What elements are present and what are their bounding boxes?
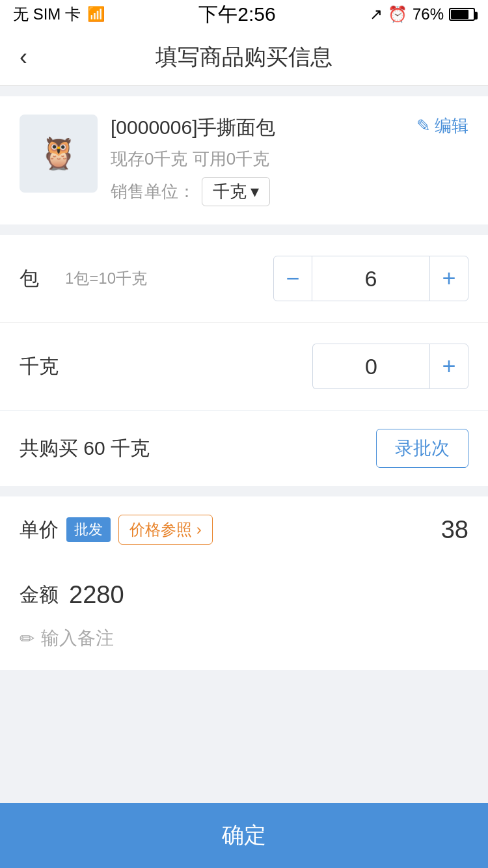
battery-text: 76% — [413, 5, 444, 23]
price-ref-button[interactable]: 价格参照 › — [118, 515, 213, 545]
amount-label: 金额 — [20, 582, 59, 608]
kg-label: 千克 — [20, 353, 59, 380]
unit-label: 销售单位： — [111, 180, 195, 203]
price-label: 单价 — [20, 517, 59, 543]
quantity-kg-row: 千克 + — [0, 323, 488, 410]
note-row: ✏ 输入备注 — [20, 619, 468, 664]
unit-dropdown-icon: ▾ — [251, 182, 259, 202]
carrier-text: 无 SIM 卡 — [13, 4, 81, 25]
product-info: [0000006]手撕面包 ✎ 编辑 现存0千克 可用0千克 销售单位： 千克 … — [111, 115, 468, 206]
subtotal-amount: 60 — [83, 437, 105, 459]
price-left: 单价 批发 价格参照 › — [20, 515, 213, 545]
status-time: 下午2:56 — [198, 1, 275, 28]
status-bar: 无 SIM 卡 📶 下午2:56 ↗ ⏰ 76% — [0, 0, 488, 29]
kg-controls: + — [312, 344, 468, 389]
bao-hint: 1包=10千克 — [65, 268, 273, 289]
kg-plus-button[interactable]: + — [429, 344, 468, 389]
status-left: 无 SIM 卡 📶 — [13, 4, 105, 25]
page-title: 填写商品购买信息 — [156, 42, 332, 72]
quantity-bao-row: 包 1包=10千克 − + — [0, 235, 488, 323]
product-unit: 销售单位： 千克 ▾ — [111, 177, 468, 206]
alarm-icon: ⏰ — [388, 5, 407, 23]
note-icon: ✏ — [20, 628, 34, 649]
bao-minus-button[interactable]: − — [273, 256, 312, 301]
subtotal-suffix: 千克 — [105, 437, 150, 459]
battery-icon — [449, 8, 475, 21]
subtotal-row: 共购买 60 千克 录批次 — [0, 410, 488, 486]
wifi-icon: 📶 — [87, 6, 105, 23]
amount-row: 金额 2280 — [20, 581, 468, 619]
bao-label: 包 — [20, 265, 59, 292]
nav-bar: ‹ 填写商品购买信息 — [0, 29, 488, 86]
location-icon: ↗ — [370, 5, 383, 23]
edit-button[interactable]: ✎ 编辑 — [416, 115, 468, 137]
note-placeholder[interactable]: 输入备注 — [41, 626, 114, 651]
bao-controls: − + — [273, 256, 468, 301]
product-name: [0000006]手撕面包 — [111, 115, 275, 141]
batch-button[interactable]: 录批次 — [376, 429, 468, 468]
status-right: ↗ ⏰ 76% — [370, 5, 475, 23]
price-value: 38 — [441, 516, 468, 544]
product-card: 🦉 [0000006]手撕面包 ✎ 编辑 现存0千克 可用0千克 销售单位： 千… — [0, 96, 488, 224]
unit-value: 千克 — [213, 180, 247, 203]
subtotal-prefix: 共购买 — [20, 437, 83, 459]
edit-icon: ✎ — [416, 116, 431, 136]
subtotal-text: 共购买 60 千克 — [20, 435, 150, 462]
confirm-button[interactable]: 确定 — [0, 803, 488, 868]
product-image: 🦉 — [20, 115, 98, 193]
product-logo: 🦉 — [39, 135, 78, 172]
bao-input[interactable] — [312, 256, 429, 301]
kg-input[interactable] — [312, 344, 429, 389]
amount-container: 金额 2280 ✏ 输入备注 — [0, 563, 488, 670]
price-row: 单价 批发 价格参照 › 38 — [20, 515, 468, 545]
main-bg: 金额 2280 ✏ 输入备注 — [0, 563, 488, 823]
back-button[interactable]: ‹ — [20, 44, 27, 71]
amount-value: 2280 — [69, 581, 124, 609]
price-section: 单价 批发 价格参照 › 38 — [0, 496, 488, 563]
product-stock: 现存0千克 可用0千克 — [111, 148, 468, 170]
bao-plus-button[interactable]: + — [429, 256, 468, 301]
unit-select[interactable]: 千克 ▾ — [202, 177, 270, 206]
quantity-section: 包 1包=10千克 − + 千克 + — [0, 235, 488, 410]
edit-label: 编辑 — [435, 115, 468, 137]
price-tag: 批发 — [66, 517, 111, 542]
